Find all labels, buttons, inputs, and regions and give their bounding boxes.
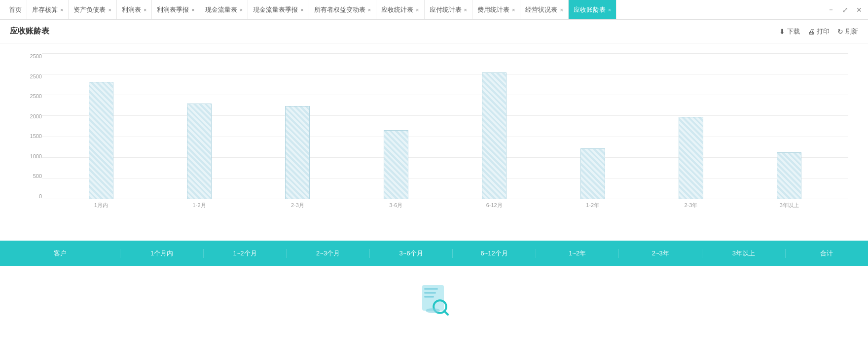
chart-area: 2500250025002000150010005000 1月内1-2月2-3月… [0,43,868,241]
bars-container [42,53,848,199]
tab-inventory[interactable]: 库存核算× [27,0,69,20]
bar-group [777,152,801,199]
tab-ar-stat[interactable]: 应收统计表× [376,0,424,20]
tab-close-profit-quarterly[interactable]: × [191,7,194,13]
table-header-cell: 1个月内 [120,249,204,258]
bar-group [482,72,506,199]
x-label: 1月内 [89,199,113,211]
bar [384,130,408,199]
bar-group [187,104,212,199]
bar-group [384,130,408,199]
tab-cashflow[interactable]: 现金流量表× [200,0,248,20]
x-label: 1-2月 [187,199,212,211]
x-label: 3-6月 [384,199,408,211]
tab-close-profit[interactable]: × [144,7,146,13]
tab-cashflow-quarterly[interactable]: 现金流量表季报× [248,0,309,20]
y-label: 2500 [20,93,42,99]
tab-close-ar-aging[interactable]: × [608,7,611,13]
bar [187,104,212,199]
table-header-cell: 3年以上 [702,249,786,258]
y-label: 0 [20,193,42,199]
table-header-cell: 2~3年 [619,249,702,258]
x-label: 3年以上 [777,199,801,211]
empty-state [0,266,868,345]
y-axis: 2500250025002000150010005000 [20,53,42,211]
svg-rect-3 [424,296,434,297]
svg-rect-1 [424,288,438,289]
empty-icon [414,281,454,320]
bar [777,152,801,199]
x-label: 2-3年 [679,199,703,211]
chart-body: 1月内1-2月2-3月3-6月6-12月1-2年2-3年3年以上 [42,53,848,211]
bar [482,72,506,199]
y-label: 1500 [20,133,42,139]
svg-rect-2 [424,292,436,293]
svg-line-5 [444,311,448,315]
refresh-button[interactable]: ↻ 刷新 [837,27,858,36]
bar [679,117,703,199]
download-button[interactable]: ⬇ 下载 [779,27,800,36]
tab-close-ar-stat[interactable]: × [416,7,419,13]
y-label: 2500 [20,73,42,79]
y-label: 2500 [20,53,42,59]
table-header: 客户1个月内1~2个月2~3个月3~6个月6~12个月1~2年2~3年3年以上合… [0,241,868,266]
window-controls: － ⤢ ✕ [826,4,864,15]
download-icon: ⬇ [779,28,785,36]
bar [285,106,310,199]
tab-expense-stat[interactable]: 费用统计表× [472,0,520,20]
bar [580,148,605,199]
tab-operations[interactable]: 经营状况表× [520,0,568,20]
y-label: 500 [20,173,42,179]
page-title: 应收账龄表 [10,26,49,36]
tab-ap-stat[interactable]: 应付统计表× [425,0,472,20]
close-button[interactable]: ✕ [854,5,864,15]
table-header-cell: 3~6个月 [370,249,453,258]
y-label: 1000 [20,153,42,159]
tab-close-ap-stat[interactable]: × [464,7,467,13]
tab-close-expense-stat[interactable]: × [512,7,515,13]
tab-close-cashflow-quarterly[interactable]: × [300,7,303,13]
bar-group [580,148,605,199]
table-header-cell: 1~2年 [536,249,619,258]
table-header-cell: 合计 [786,249,868,258]
bar-chart: 2500250025002000150010005000 1月内1-2月2-3月… [20,53,848,211]
tab-close-equity[interactable]: × [368,7,371,13]
print-icon: 🖨 [808,28,815,36]
svg-point-6 [426,308,440,313]
main-content: 2500250025002000150010005000 1月内1-2月2-3月… [0,43,868,355]
print-button[interactable]: 🖨 打印 [808,27,830,36]
table-header-cell: 1~2个月 [204,249,287,258]
table-header-cell: 客户 [0,249,120,258]
header-actions: ⬇ 下载 🖨 打印 ↻ 刷新 [779,27,858,36]
y-label: 2000 [20,113,42,119]
tab-home[interactable]: 首页 [4,0,27,20]
tab-ar-aging[interactable]: 应收账龄表× [569,0,616,20]
bar-group [679,117,703,199]
x-label: 2-3月 [285,199,310,211]
tab-equity[interactable]: 所有者权益变动表× [309,0,376,20]
x-label: 1-2年 [580,199,605,211]
bar-group [285,106,310,199]
tab-balance[interactable]: 资产负债表× [69,0,116,20]
table-header-cell: 6~12个月 [453,249,536,258]
tab-close-cashflow[interactable]: × [240,7,243,13]
tab-bar: 首页库存核算×资产负债表×利润表×利润表季报×现金流量表×现金流量表季报×所有者… [0,0,868,20]
minimize-button[interactable]: － [826,4,836,15]
x-label: 6-12月 [482,199,506,211]
tab-close-operations[interactable]: × [560,7,563,13]
x-labels: 1月内1-2月2-3月3-6月6-12月1-2年2-3年3年以上 [42,199,848,211]
refresh-icon: ↻ [837,28,843,36]
maximize-button[interactable]: ⤢ [840,5,850,15]
table-header-cell: 2~3个月 [287,249,370,258]
bar [89,82,113,199]
tab-profit-quarterly[interactable]: 利润表季报× [152,0,200,20]
bar-group [89,82,113,199]
tab-close-balance[interactable]: × [108,7,111,13]
tab-close-inventory[interactable]: × [60,7,63,13]
page-header: 应收账龄表 ⬇ 下载 🖨 打印 ↻ 刷新 [0,20,868,43]
tab-profit[interactable]: 利润表× [117,0,152,20]
